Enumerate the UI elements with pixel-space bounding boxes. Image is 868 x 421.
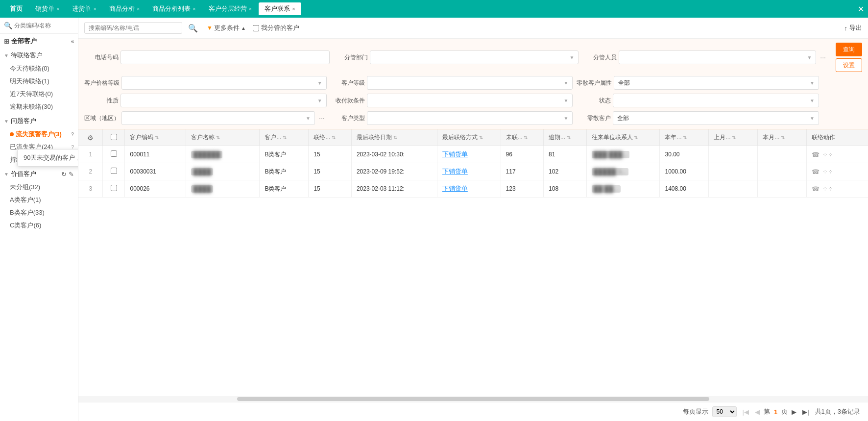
main-layout: 🔍 ⊞ 全部客户 « ▼ 待联络客户 今天待联络(0) 明天待联络(1) 近7天…	[0, 18, 868, 421]
th-last-contact-way[interactable]: 最后联络方式	[437, 129, 501, 146]
th-code[interactable]: 客户编码	[125, 129, 186, 146]
close-analysis-tab[interactable]: ×	[137, 6, 140, 12]
price-level-select[interactable]: ▼	[121, 76, 327, 90]
th-last-month[interactable]: 上月...	[709, 129, 758, 146]
th-settings[interactable]: ⚙	[78, 129, 103, 146]
nav-tab-customer-contact[interactable]: 客户联系 ×	[259, 2, 301, 15]
refresh-icon[interactable]: ↻	[61, 171, 67, 178]
th-contact[interactable]: 联络...	[309, 129, 351, 146]
person-dots-button[interactable]: ···	[818, 53, 828, 61]
main-search-input[interactable]	[84, 22, 182, 34]
th-not-contact[interactable]: 未联...	[501, 129, 543, 146]
sidebar-group-pending-header[interactable]: ▼ 待联络客户	[0, 49, 78, 62]
th-overdue[interactable]: 逾期...	[544, 129, 586, 146]
table-settings-icon[interactable]: ⚙	[87, 134, 94, 142]
close-analysis-list-tab[interactable]: ×	[193, 6, 195, 12]
retail-attr-select[interactable]: 全部 ▼	[614, 76, 819, 90]
th-customer-type[interactable]: 客户...	[260, 129, 309, 146]
cell-last-contact-way-1[interactable]: 下销货单	[437, 163, 501, 180]
filter-row-1: 电话号码 分管部门 ▼ 分管人员 ▼ ···	[84, 43, 862, 72]
filter-field-payment: 收付款条件 ▼	[331, 94, 573, 107]
row-checkbox-2[interactable]	[111, 185, 117, 191]
sidebar-item-ungroup[interactable]: 未分组(32)	[0, 181, 78, 194]
row-checkbox-0[interactable]	[111, 150, 117, 157]
action-more-icon-1[interactable]: ⁘⁘	[822, 168, 833, 175]
select-all-checkbox[interactable]	[111, 134, 117, 140]
sidebar-item-class-c[interactable]: C类客户(6)	[0, 219, 78, 232]
status-select[interactable]: ▼	[613, 94, 819, 107]
action-more-icon-2[interactable]: ⁘⁘	[822, 185, 833, 193]
sidebar-item-week[interactable]: 近7天待联络(0)	[0, 88, 78, 100]
cell-checkbox-0[interactable]	[103, 146, 125, 163]
export-button[interactable]: ↑ 导出	[844, 24, 863, 32]
nav-tab-home[interactable]: 首页	[4, 2, 28, 15]
action-contact-icon-2[interactable]: ☎	[812, 185, 820, 193]
action-contact-icon-1[interactable]: ☎	[812, 168, 820, 175]
nav-tab-analysis-list[interactable]: 商品分析列表 ×	[146, 2, 201, 15]
last-page-button[interactable]: ▶|	[800, 407, 811, 417]
close-purchase-tab[interactable]: ×	[93, 6, 96, 12]
cell-last-contact-way-0[interactable]: 下销货单	[437, 146, 501, 163]
filter-row-2: 客户价格等级 ▼ 客户等级 ▼ 零散客户属性 全部	[84, 76, 862, 90]
sidebar-item-class-a[interactable]: A类客户(1)	[0, 194, 78, 206]
sidebar-all-customers[interactable]: ⊞ 全部客户 «	[0, 34, 78, 49]
prev-page-button[interactable]: ◀	[753, 407, 762, 417]
payment-select[interactable]: ▼	[367, 94, 573, 107]
cell-unit-contact-0: ███ ███...	[586, 146, 660, 163]
sidebar-collapse-icon[interactable]: «	[71, 38, 74, 44]
nav-tab-sales[interactable]: 销货单 ×	[29, 2, 65, 15]
cell-name-0: ██████	[186, 146, 260, 163]
nav-tab-customer-tier[interactable]: 客户分层经营 ×	[203, 2, 258, 15]
edit-icon[interactable]: ✎	[69, 171, 74, 178]
main-search-button[interactable]: 🔍	[186, 23, 200, 34]
nav-tab-purchase[interactable]: 进货单 ×	[66, 2, 102, 15]
sidebar-search-input[interactable]	[14, 22, 78, 29]
my-customers-checkbox[interactable]	[253, 25, 259, 31]
region-select[interactable]: ▼	[121, 111, 315, 125]
close-all-tabs-button[interactable]: ✕	[858, 4, 864, 14]
th-this-year[interactable]: 本年...	[660, 129, 709, 146]
page-size-select[interactable]: 50 100 200	[712, 406, 737, 417]
close-customer-tier-tab[interactable]: ×	[249, 6, 252, 12]
sidebar-item-class-b[interactable]: B类客户(33)	[0, 206, 78, 219]
nav-tab-analysis[interactable]: 商品分析 ×	[103, 2, 145, 15]
sidebar-item-tomorrow[interactable]: 明天待联络(1)	[0, 75, 78, 88]
cell-checkbox-1[interactable]	[103, 163, 125, 180]
region-dots-button[interactable]: ···	[317, 114, 327, 122]
more-filter-button[interactable]: ▼ 更多条件 ▲	[204, 22, 249, 34]
nature-select[interactable]: ▼	[121, 94, 327, 107]
sidebar-item-overdue[interactable]: 逾期未联络(30)	[0, 100, 78, 113]
person-select[interactable]: ▼	[619, 50, 816, 64]
th-unit-contact[interactable]: 往来单位联系人	[586, 129, 660, 146]
action-contact-icon-0[interactable]: ☎	[812, 151, 820, 158]
settings-button[interactable]: 设置	[836, 58, 862, 72]
th-this-month[interactable]: 本月...	[758, 129, 807, 146]
th-checkbox[interactable]	[103, 129, 125, 146]
phone-input[interactable]	[121, 50, 330, 64]
next-page-button[interactable]: ▶	[790, 407, 798, 417]
cell-name-2: ████	[186, 180, 260, 198]
sidebar-group-problem-header[interactable]: ▼ 问题客户	[0, 114, 78, 128]
cell-checkbox-2[interactable]	[103, 180, 125, 198]
sidebar-group-value-header[interactable]: ▼ 价值客户 ↻ ✎	[0, 167, 78, 181]
close-sales-tab[interactable]: ×	[56, 6, 59, 12]
dept-select[interactable]: ▼	[370, 50, 579, 64]
row-checkbox-1[interactable]	[111, 168, 117, 174]
first-page-button[interactable]: |◀	[741, 407, 751, 417]
question-icon[interactable]: ?	[71, 132, 74, 137]
th-last-contact-date[interactable]: 最后联络日期	[351, 129, 437, 146]
sidebar-item-churn-warning[interactable]: 流失预警客户(3) ?	[0, 128, 78, 141]
cell-last-contact-way-2[interactable]: 下销货单	[437, 180, 501, 198]
close-customer-contact-tab[interactable]: ×	[292, 6, 295, 12]
th-name[interactable]: 客户名称	[186, 129, 260, 146]
retail-customer-select[interactable]: 全部 ▼	[613, 111, 819, 125]
horizontal-scrollbar[interactable]	[78, 396, 868, 402]
query-button[interactable]: 查询	[836, 43, 862, 56]
customer-type-select[interactable]: ▼	[367, 111, 573, 125]
my-customers-checkbox-label[interactable]: 我分管的客户	[253, 24, 299, 32]
sidebar-item-today[interactable]: 今天待联络(0)	[0, 62, 78, 75]
data-table-container: ⚙ 客户编码 客户名称 客户... 联络... 最后联络日期 最后联络方式 未联…	[78, 129, 868, 396]
customer-level-select[interactable]: ▼	[367, 76, 573, 90]
action-more-icon-0[interactable]: ⁘⁘	[822, 151, 833, 158]
scrollbar-thumb[interactable]	[237, 397, 710, 401]
